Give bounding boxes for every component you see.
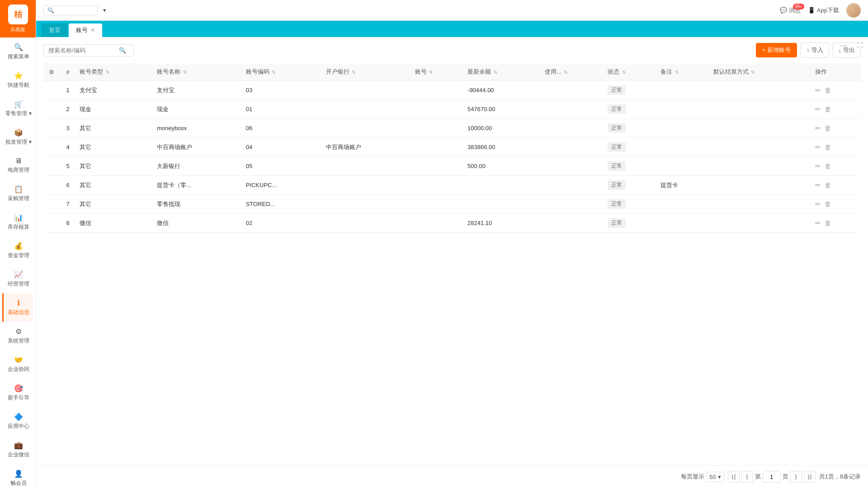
- topbar-search[interactable]: 🔍: [43, 5, 98, 15]
- page-next-button[interactable]: ⟩: [790, 471, 802, 483]
- sidebar: 桔 乐惠版 🔍 搜索菜单⭐ 快捷导航🛒 零售管理 ▾📦 批发管理 ▾🖥 电商管理…: [0, 0, 36, 488]
- row-edit-button-2[interactable]: ✏: [815, 124, 821, 132]
- row-delete-button-6[interactable]: 🗑: [825, 200, 831, 208]
- row-settings-4: [43, 157, 60, 176]
- sidebar-icon-9: ℹ: [17, 299, 20, 307]
- row-settings-3: [43, 138, 60, 157]
- row-name-1: 现金: [153, 100, 242, 119]
- col-settings[interactable]: ⚙: [43, 63, 60, 81]
- row-usage-2: [541, 119, 604, 138]
- account-table: ⚙ # 账号类型 ⇅ 账号名称 ⇅ 账号编码 ⇅ 开户银行 ⇅ 账号 ⇅ 最新余…: [43, 63, 861, 233]
- row-settings-1: [43, 100, 60, 119]
- sidebar-item-3[interactable]: 📦 批发管理 ▾: [2, 123, 33, 151]
- sidebar-item-2[interactable]: 🛒 零售管理 ▾: [2, 94, 33, 123]
- col-bank[interactable]: 开户银行 ⇅: [322, 63, 411, 81]
- sidebar-label-0: 搜索菜单: [8, 53, 29, 61]
- main-area: 🔍 ▾ 💬 消息 99+ 📱 App下载 首页账号✕: [36, 0, 868, 488]
- row-bank-0: [322, 81, 411, 100]
- import-button[interactable]: ↑ 导入: [801, 42, 829, 58]
- row-settlement-1: [710, 100, 811, 119]
- row-type-1: 现金: [76, 100, 153, 119]
- row-delete-button-2[interactable]: 🗑: [825, 124, 831, 132]
- sidebar-item-7[interactable]: 💰 资金管理: [2, 236, 33, 265]
- user-avatar[interactable]: [846, 3, 861, 18]
- col-account[interactable]: 账号 ⇅: [411, 63, 464, 81]
- sidebar-label-13: 应用中心: [8, 422, 29, 430]
- row-settlement-6: [710, 195, 811, 214]
- account-search-box[interactable]: 🔍: [43, 44, 134, 56]
- table-row: 2 现金 现金 01 547670.00 正常 ✏ 🗑: [43, 100, 861, 119]
- row-edit-button-0[interactable]: ✏: [815, 86, 821, 94]
- row-name-4: 大新银行: [153, 157, 242, 176]
- col-name[interactable]: 账号名称 ⇅: [153, 63, 242, 81]
- col-code[interactable]: 账号编码 ⇅: [242, 63, 322, 81]
- topbar-messages[interactable]: 💬 消息 99+: [780, 6, 801, 14]
- sidebar-item-6[interactable]: 📊 库存核算: [2, 208, 33, 236]
- col-balance[interactable]: 最新余额 ⇅: [464, 63, 541, 81]
- row-edit-button-1[interactable]: ✏: [815, 105, 821, 113]
- sidebar-item-1[interactable]: ⭐ 快捷导航: [2, 66, 33, 94]
- row-delete-button-4[interactable]: 🗑: [825, 162, 831, 170]
- sidebar-item-8[interactable]: 📈 经营管理: [2, 265, 33, 293]
- window-minimize-button[interactable]: —: [835, 37, 852, 53]
- row-delete-button-0[interactable]: 🗑: [825, 86, 831, 94]
- page-prev-button[interactable]: ⟨: [741, 471, 753, 483]
- tab-1[interactable]: 账号✕: [69, 23, 102, 37]
- sidebar-item-9[interactable]: ℹ 基础信息: [2, 293, 33, 322]
- pagination-bar: 每页显示 50 ▾ ⟨⟨ ⟨ 第 页 ⟩ ⟩⟩ 共1页，8条记录: [36, 465, 868, 488]
- row-edit-button-7[interactable]: ✏: [815, 219, 821, 227]
- row-edit-button-3[interactable]: ✏: [815, 143, 821, 151]
- tab-label-1: 账号: [76, 26, 88, 34]
- col-type[interactable]: 账号类型 ⇅: [76, 63, 153, 81]
- sidebar-icon-6: 📊: [14, 213, 23, 222]
- col-usage[interactable]: 使用... ⇅: [541, 63, 604, 81]
- row-edit-button-4[interactable]: ✏: [815, 162, 821, 170]
- col-remark[interactable]: 备注 ⇅: [657, 63, 709, 81]
- row-action-1: ✏ 🗑: [811, 100, 861, 119]
- row-code-7: 02: [242, 214, 322, 233]
- row-edit-button-5[interactable]: ✏: [815, 181, 821, 189]
- tab-close-1[interactable]: ✕: [90, 27, 95, 33]
- col-settlement[interactable]: 默认结算方式 ⇅: [710, 63, 811, 81]
- row-delete-button-1[interactable]: 🗑: [825, 105, 831, 113]
- row-delete-button-7[interactable]: 🗑: [825, 219, 831, 227]
- row-settlement-2: [710, 119, 811, 138]
- row-type-3: 其它: [76, 138, 153, 157]
- row-no-3: 4: [60, 138, 76, 157]
- row-action-0: ✏ 🗑: [811, 81, 861, 100]
- page-number-input[interactable]: [763, 471, 781, 483]
- row-balance-3: 383866.00: [464, 138, 541, 157]
- page-size-dropdown[interactable]: 50 ▾: [706, 472, 724, 482]
- topbar-app-download[interactable]: 📱 App下载: [808, 6, 839, 14]
- sidebar-item-0[interactable]: 🔍 搜索菜单: [2, 38, 33, 66]
- window-maximize-button[interactable]: ⛶: [852, 37, 868, 53]
- add-account-button[interactable]: + 新增账号: [756, 43, 797, 57]
- sidebar-item-4[interactable]: 🖥 电商管理: [2, 151, 33, 179]
- sidebar-item-15[interactable]: 👤 畅会员: [2, 464, 33, 488]
- app-logo[interactable]: 桔 乐惠版: [0, 0, 36, 38]
- row-status-4: 正常: [604, 157, 657, 176]
- row-settings-6: [43, 195, 60, 214]
- sidebar-item-10[interactable]: ⚙ 系统管理: [2, 322, 33, 350]
- topbar: 🔍 ▾ 💬 消息 99+ 📱 App下载: [36, 0, 868, 21]
- row-code-4: 05: [242, 157, 322, 176]
- sidebar-item-14[interactable]: 💼 企业微信: [2, 436, 33, 464]
- col-status[interactable]: 状态 ⇅: [604, 63, 657, 81]
- row-delete-button-3[interactable]: 🗑: [825, 143, 831, 151]
- sidebar-item-13[interactable]: 🔷 应用中心: [2, 407, 33, 436]
- row-delete-button-5[interactable]: 🗑: [825, 181, 831, 189]
- tab-0[interactable]: 首页: [42, 23, 68, 37]
- row-usage-0: [541, 81, 604, 100]
- table-row: 3 其它 moneybosx 06 10000.00 正常 ✏ 🗑: [43, 119, 861, 138]
- sidebar-icon-7: 💰: [14, 242, 23, 250]
- row-edit-button-6[interactable]: ✏: [815, 200, 821, 208]
- account-search-input[interactable]: [48, 47, 116, 54]
- search-submit-icon[interactable]: 🔍: [119, 47, 126, 54]
- sidebar-item-5[interactable]: 📋 采购管理: [2, 179, 33, 208]
- sidebar-label-10: 系统管理: [8, 337, 29, 345]
- sidebar-item-11[interactable]: 🤝 企业协同: [2, 350, 33, 379]
- topbar-dropdown[interactable]: ▾: [103, 7, 106, 14]
- page-last-button[interactable]: ⟩⟩: [804, 471, 816, 483]
- page-first-button[interactable]: ⟨⟨: [728, 471, 740, 483]
- sidebar-item-12[interactable]: 🎯 新手引导: [2, 379, 33, 407]
